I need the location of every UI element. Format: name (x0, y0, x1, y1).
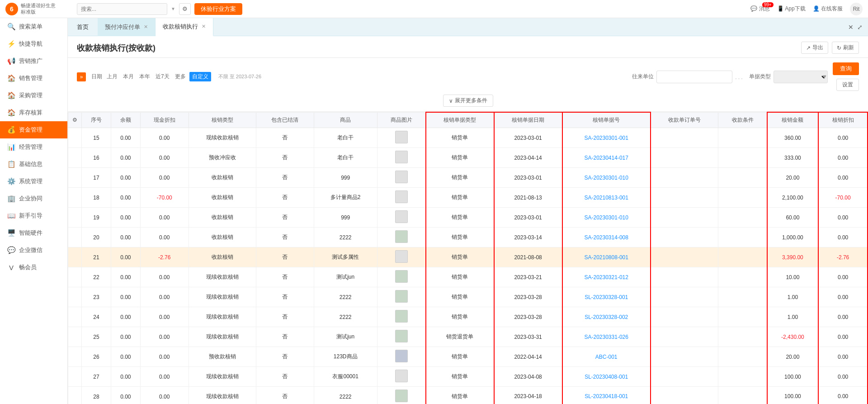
sidebar-item-guide[interactable]: 📖 新手引导 (0, 207, 67, 224)
td-verify-bill-type: 销货单 (426, 387, 494, 404)
td-verify-bill-no[interactable]: SL-20230328-002 (562, 307, 651, 327)
th-verify-bill-date: 核销单据日期 (494, 112, 562, 128)
td-verify-bill-no[interactable]: SA-20230301-010 (562, 168, 651, 188)
verify-bill-no-link[interactable]: SL-20230328-002 (585, 314, 628, 320)
partner-label: 往来单位 (632, 73, 654, 81)
partner-input[interactable] (656, 71, 732, 83)
verify-bill-no-link[interactable]: SA-20210813-001 (584, 195, 628, 201)
td-verify-bill-no[interactable]: ABC-001 (562, 347, 651, 367)
sidebar-item-search[interactable]: 🔍 搜索菜单 (0, 18, 67, 35)
verify-bill-no-link[interactable]: SL-20230418-001 (585, 393, 628, 399)
search-icon: 🔍 (7, 23, 15, 31)
date-last-month[interactable]: 上月 (105, 72, 119, 81)
td-verify-bill-no[interactable]: SA-20230321-012 (562, 267, 651, 287)
td-verify-amount: 2,100.00 (767, 188, 818, 208)
verify-bill-no-link[interactable]: SA-20230321-012 (584, 274, 628, 280)
refresh-button[interactable]: ↻ 刷新 (832, 42, 859, 54)
voucher-type-select[interactable] (774, 71, 828, 83)
td-verify-amount: 100.00 (767, 387, 818, 404)
td-verify-amount: 333.00 (767, 148, 818, 168)
td-verify-bill-type: 销货单 (426, 307, 494, 327)
settings-button[interactable]: ⚙ (179, 3, 191, 15)
date-more[interactable]: 更多 (173, 72, 188, 81)
export-button[interactable]: ↗ 导出 (801, 42, 828, 54)
td-verify-type: 收款核销 (189, 168, 256, 188)
td-verify-bill-no[interactable]: SA-20230301-010 (562, 208, 651, 228)
sidebar-item-member[interactable]: V 畅会员 (0, 259, 67, 276)
verify-bill-no-link[interactable]: SA-20230314-008 (584, 234, 628, 241)
table-row: 15 0.00 0.00 现续收款核销 否 老白干 销货单 2023-03-01… (68, 128, 868, 148)
maximize-button[interactable]: ⤢ (857, 24, 863, 31)
tab-home[interactable]: 首页 (68, 18, 98, 36)
td-num: 24 (82, 307, 111, 327)
query-button[interactable]: 查询 (833, 62, 859, 75)
td-verify-bill-date: 2021-08-13 (494, 188, 562, 208)
sidebar-item-marketing[interactable]: 📢 营销推广 (0, 52, 67, 70)
sidebar-item-inventory[interactable]: 🏠 库存核算 (0, 104, 67, 121)
verify-bill-no-link[interactable]: SA-20230301-010 (584, 214, 628, 221)
tab-prepay[interactable]: 预付冲应付单 ✕ (98, 18, 156, 36)
sidebar-item-quick-nav[interactable]: ⚡ 快捷导航 (0, 35, 67, 52)
filter-settings-button[interactable]: 设置 (836, 79, 859, 91)
td-verify-bill-no[interactable]: SL-20230408-001 (562, 367, 651, 387)
filter-collapse-button[interactable]: » (77, 72, 86, 81)
sidebar-item-operations[interactable]: 📊 经营管理 (0, 138, 67, 156)
td-verify-bill-no[interactable]: SA-20230331-026 (562, 327, 651, 347)
sidebar-item-sales[interactable]: 🏠 销售管理 (0, 70, 67, 87)
td-goods: 999 (314, 208, 377, 228)
date-this-month[interactable]: 本月 (121, 72, 136, 81)
sidebar-item-basic[interactable]: 📋 基础信息 (0, 156, 67, 173)
td-verify-bill-type: 销货单 (426, 148, 494, 168)
sidebar-item-purchase[interactable]: 🏠 采购管理 (0, 87, 67, 104)
export-icon: ↗ (806, 45, 811, 51)
td-verify-discount: 0.00 (818, 168, 868, 188)
search-input[interactable] (77, 3, 167, 15)
app-download[interactable]: 📱 App下载 (777, 5, 806, 13)
verify-bill-no-link[interactable]: SA-20230301-010 (584, 175, 628, 181)
td-goods-img (377, 307, 426, 327)
online-service[interactable]: 👤 在线客服 (813, 5, 843, 13)
sidebar-item-enterprise[interactable]: 🏢 企业协同 (0, 190, 67, 207)
sidebar-item-label-sales: 销售管理 (19, 74, 42, 82)
sidebar-item-system[interactable]: ⚙️ 系统管理 (0, 173, 67, 190)
service-icon: 👤 (813, 5, 820, 12)
table-row: 27 0.00 0.00 现续收款核销 否 衣服00001 销货单 2023-0… (68, 367, 868, 387)
td-verify-bill-no[interactable]: SL-20230418-001 (562, 387, 651, 404)
th-gear[interactable]: ⚙ (68, 112, 82, 128)
logo-area: 6 畅捷通谐好生意 标准版 (5, 3, 73, 15)
sidebar-item-wechat[interactable]: 💬 企业微信 (0, 242, 67, 259)
td-verify-bill-no[interactable]: SA-20230314-008 (562, 228, 651, 247)
td-num: 20 (82, 228, 111, 247)
close-tab-prepay-icon[interactable]: ✕ (144, 24, 148, 30)
date-custom[interactable]: 自定义 (189, 72, 211, 81)
td-verify-amount: 1.00 (767, 307, 818, 327)
td-verify-bill-no[interactable]: SA-20210813-001 (562, 188, 651, 208)
td-verify-bill-no[interactable]: SA-20230414-017 (562, 148, 651, 168)
verify-bill-no-link[interactable]: SL-20230328-001 (585, 294, 628, 300)
notification-area[interactable]: 💬 消息 99+ (750, 5, 769, 13)
date-7days[interactable]: 近7天 (154, 72, 171, 81)
verify-bill-no-link[interactable]: SL-20230408-001 (585, 374, 628, 380)
td-verify-amount: 1.00 (767, 287, 818, 307)
user-avatar[interactable]: Rit (850, 3, 863, 15)
date-this-year[interactable]: 本年 (137, 72, 152, 81)
td-verify-bill-no[interactable]: SA-20230301-001 (562, 128, 651, 148)
td-cash-discount: -70.00 (140, 188, 189, 208)
verify-bill-no-link[interactable]: SA-20210808-001 (584, 254, 628, 261)
td-receipt-condition (718, 148, 767, 168)
sidebar-item-finance[interactable]: 💰 资金管理 (0, 121, 67, 138)
td-verify-bill-no[interactable]: SA-20210808-001 (562, 247, 651, 267)
expand-filter-button[interactable]: ∨ 展开更多条件 (443, 95, 493, 107)
close-window-button[interactable]: ✕ (848, 24, 854, 31)
sidebar-item-hardware[interactable]: 🖥️ 智能硬件 (0, 224, 67, 242)
verify-bill-no-link[interactable]: SA-20230301-001 (584, 135, 628, 141)
td-verify-bill-no[interactable]: SL-20230328-001 (562, 287, 651, 307)
tab-receipt-verify[interactable]: 收款核销执行 ✕ (156, 18, 213, 36)
close-tab-receipt-verify-icon[interactable]: ✕ (202, 24, 206, 29)
main-table: ⚙ 序号 余额 现金折扣 核销类型 包含已结清 商品 商品图片 核销单据类型 核… (68, 112, 868, 404)
verify-bill-no-link[interactable]: SA-20230414-017 (584, 155, 628, 161)
industry-btn[interactable]: 休验行业方案 (194, 3, 242, 15)
verify-bill-no-link[interactable]: SA-20230331-026 (584, 334, 628, 340)
verify-bill-no-link[interactable]: ABC-001 (595, 354, 618, 360)
main-layout: 🔍 搜索菜单 ⚡ 快捷导航 📢 营销推广 🏠 销售管理 🏠 采购管理 🏠 库存核… (0, 18, 868, 404)
